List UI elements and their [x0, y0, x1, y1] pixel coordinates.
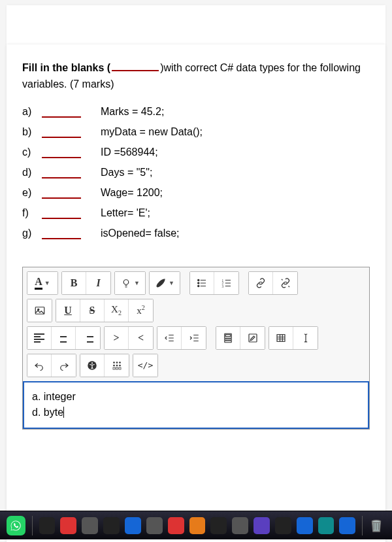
outdent-para-button[interactable] — [157, 327, 182, 349]
item-label: g) — [22, 228, 42, 239]
underline-button[interactable]: U — [56, 299, 80, 322]
dock-app-whatsapp[interactable] — [7, 516, 25, 535]
unlink-button[interactable] — [273, 272, 297, 294]
subscript-label: X2 — [111, 304, 122, 316]
svg-point-13 — [229, 338, 231, 339]
list-item: a) Marks = 45.2; — [22, 102, 370, 118]
unordered-list-button[interactable] — [190, 272, 214, 294]
item-blank — [42, 106, 81, 118]
item-label: c) — [22, 146, 42, 158]
item-blank — [42, 228, 81, 239]
svg-rect-27 — [113, 367, 115, 369]
svg-rect-9 — [225, 333, 232, 343]
undo-button[interactable] — [27, 354, 52, 377]
grid-button[interactable] — [105, 354, 129, 377]
bold-button[interactable]: B — [62, 272, 86, 294]
svg-rect-29 — [119, 367, 121, 369]
svg-text:2: 2 — [221, 281, 223, 285]
dock-app[interactable] — [339, 517, 355, 534]
item-code: Days = "5"; — [101, 167, 152, 178]
subscript-button[interactable]: X2 — [105, 299, 129, 322]
prompt-lead: Fill in the blanks ( — [22, 62, 110, 73]
item-label: f) — [22, 207, 42, 219]
number-list-icon: 123 — [221, 277, 233, 289]
redo-button[interactable] — [52, 354, 76, 377]
item-blank — [42, 146, 81, 158]
svg-point-8 — [37, 309, 39, 310]
item-label: d) — [22, 167, 42, 178]
bullet-list-icon — [196, 277, 208, 289]
superscript-button[interactable]: x2 — [129, 299, 153, 322]
item-blank — [42, 167, 81, 178]
dock-app[interactable] — [275, 517, 291, 534]
editor-textarea[interactable]: a. integer d. byte — [23, 381, 369, 430]
item-code: isOpened= false; — [101, 228, 180, 239]
strike-label: S — [90, 305, 95, 316]
dock-app[interactable] — [318, 517, 335, 534]
dock-app[interactable] — [210, 517, 227, 534]
svg-point-23 — [119, 362, 120, 363]
code-label: </> — [138, 360, 153, 370]
dock-app[interactable] — [125, 517, 141, 534]
ordered-list-button[interactable]: 123 — [214, 272, 238, 294]
dock-app[interactable] — [82, 517, 98, 534]
dock-app[interactable] — [168, 517, 184, 534]
align-left-icon — [34, 333, 44, 343]
dock-trash[interactable] — [369, 516, 385, 535]
indent-para-button[interactable] — [182, 327, 206, 349]
svg-rect-28 — [116, 367, 118, 369]
text-cursor-button[interactable] — [293, 327, 318, 349]
accessibility-icon — [86, 360, 98, 371]
dock-app[interactable] — [253, 517, 270, 534]
redo-icon — [58, 360, 70, 371]
image-button[interactable] — [27, 299, 52, 322]
align-right-button[interactable] — [76, 327, 100, 349]
text-cursor — [63, 407, 64, 418]
dock-app[interactable] — [60, 517, 76, 534]
svg-point-22 — [116, 362, 118, 363]
edit-button[interactable] — [240, 327, 265, 349]
list-item: f) Letter= 'E'; — [22, 203, 370, 219]
dock-app[interactable] — [146, 517, 163, 534]
editor-line: a. integer — [32, 389, 360, 405]
dock-app[interactable] — [39, 517, 56, 534]
indent-icon — [188, 332, 200, 344]
prompt-blank — [112, 61, 159, 71]
calculator-button[interactable] — [216, 327, 240, 349]
editor-line: d. byte — [32, 405, 360, 421]
align-center-button[interactable] — [52, 327, 76, 349]
brush-button[interactable]: ▼ — [150, 272, 180, 294]
undo-icon — [33, 360, 45, 371]
dock-app[interactable] — [232, 517, 248, 534]
indent-increase-button[interactable]: > — [105, 327, 129, 349]
grid-icon — [111, 360, 123, 371]
strike-button[interactable]: S — [80, 299, 105, 322]
svg-point-16 — [229, 340, 231, 341]
list-item: d) Days = "5"; — [22, 163, 370, 178]
font-color-button[interactable]: A▼ — [27, 272, 57, 294]
dock-app[interactable] — [189, 517, 206, 534]
svg-text:1: 1 — [221, 278, 223, 282]
top-panel — [7, 5, 385, 44]
svg-point-21 — [113, 362, 114, 363]
list-item: b) myData = new Data(); — [22, 122, 370, 138]
table-button[interactable] — [269, 327, 293, 349]
dock-app[interactable] — [297, 517, 313, 534]
svg-rect-17 — [249, 334, 257, 342]
svg-rect-7 — [35, 307, 44, 314]
link-button[interactable] — [249, 272, 273, 294]
item-code: myData = new Data(); — [101, 126, 203, 138]
highlight-button[interactable]: ▼ — [115, 272, 145, 294]
svg-point-19 — [88, 361, 97, 370]
list-item: g) isOpened= false; — [22, 224, 370, 239]
svg-point-14 — [225, 340, 227, 341]
italic-button[interactable]: I — [86, 272, 110, 294]
align-left-button[interactable] — [27, 327, 52, 349]
dock-app[interactable] — [103, 517, 120, 534]
item-code: ID =568944; — [101, 146, 158, 158]
svg-point-15 — [227, 340, 229, 341]
code-view-button[interactable]: </> — [133, 354, 157, 377]
indent-decrease-button[interactable]: < — [129, 327, 153, 349]
dock-separator — [362, 516, 363, 535]
accessibility-button[interactable] — [80, 354, 105, 377]
